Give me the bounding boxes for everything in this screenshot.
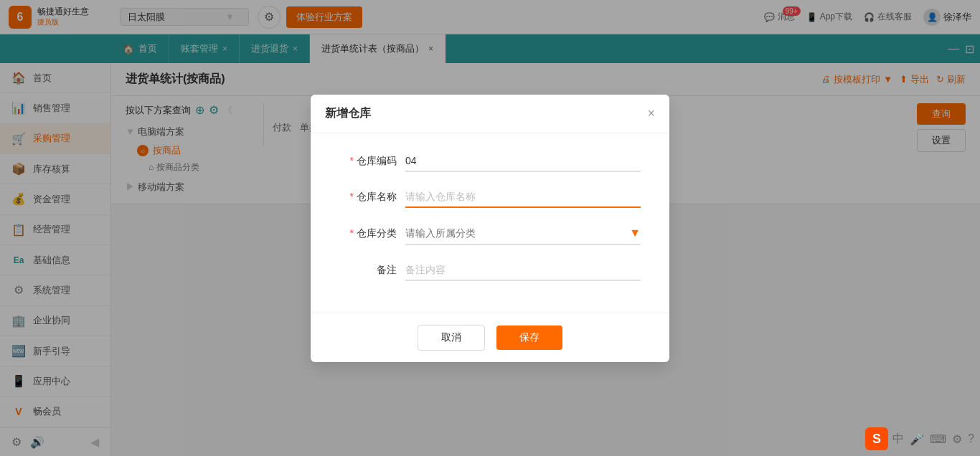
category-arrow-icon: ▼ xyxy=(629,227,641,239)
form-label-name: 仓库名称 xyxy=(339,191,397,204)
s-badge-area: S 中 🎤 ⌨ ⚙ ? xyxy=(865,427,974,450)
modal-body: 仓库编码 仓库名称 仓库分类 ▼ 备注 xyxy=(311,133,669,313)
modal-title: 新增仓库 xyxy=(325,106,371,121)
modal-close-button[interactable]: × xyxy=(647,106,655,121)
form-row-category: 仓库分类 ▼ xyxy=(339,222,641,245)
s-icon-row: 中 🎤 ⌨ ⚙ ? xyxy=(892,432,974,447)
modal-header: 新增仓库 × xyxy=(311,95,669,133)
form-row-name: 仓库名称 xyxy=(339,186,641,208)
modal-footer: 取消 保存 xyxy=(311,313,669,362)
s-help-icon[interactable]: ? xyxy=(968,432,974,445)
form-label-code: 仓库编码 xyxy=(339,155,397,168)
warehouse-category-input[interactable] xyxy=(405,227,629,239)
s-settings-icon[interactable]: ⚙ xyxy=(952,432,962,446)
warehouse-remark-input[interactable] xyxy=(405,260,641,281)
warehouse-category-select[interactable]: ▼ xyxy=(405,222,641,245)
save-button[interactable]: 保存 xyxy=(496,326,562,350)
warehouse-name-input[interactable] xyxy=(405,186,641,208)
cancel-button[interactable]: 取消 xyxy=(418,325,485,351)
form-label-remark: 备注 xyxy=(339,264,397,277)
modal-new-warehouse: 新增仓库 × 仓库编码 仓库名称 仓库分类 ▼ xyxy=(311,95,669,362)
s-mic-icon[interactable]: 🎤 xyxy=(910,432,924,446)
s-chinese-icon[interactable]: 中 xyxy=(892,432,904,447)
s-keyboard-icon[interactable]: ⌨ xyxy=(930,432,946,446)
form-label-category: 仓库分类 xyxy=(339,227,397,240)
form-row-code: 仓库编码 xyxy=(339,151,641,172)
warehouse-code-input[interactable] xyxy=(405,151,641,172)
modal-overlay: 新增仓库 × 仓库编码 仓库名称 仓库分类 ▼ xyxy=(0,0,980,456)
form-row-remark: 备注 xyxy=(339,260,641,281)
s-logo: S xyxy=(865,427,888,450)
